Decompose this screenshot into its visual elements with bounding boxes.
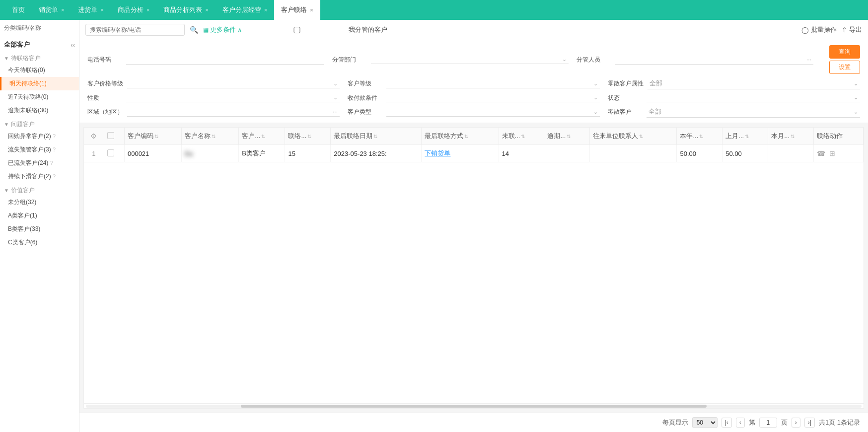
col-逾期...[interactable]: 逾期...⇅: [544, 128, 590, 145]
my-customers-checkbox-label[interactable]: 我分管的客户: [247, 25, 387, 34]
nav-item-进货单[interactable]: 进货单×: [71, 0, 110, 20]
my-customers-checkbox[interactable]: [247, 27, 347, 33]
search-icon-btn[interactable]: 🔍: [190, 26, 198, 34]
help-icon[interactable]: ?: [53, 133, 56, 139]
sidebar-item-B类客户(33)[interactable]: B类客户(33): [0, 222, 79, 236]
dept-caret-icon: ⌄: [562, 56, 567, 63]
reset-btn[interactable]: 设置: [829, 61, 860, 74]
row-checkbox[interactable]: [107, 149, 114, 156]
nav-item-销货单[interactable]: 销货单×: [32, 0, 71, 20]
search-input[interactable]: [85, 24, 185, 36]
filter-customer-level-select[interactable]: ⌄: [386, 79, 600, 88]
query-btn[interactable]: 查询: [829, 45, 860, 59]
filter-person-label: 分管人员: [577, 56, 611, 64]
sidebar-item-未分组(32)[interactable]: 未分组(32): [0, 196, 79, 209]
nav-close-icon-客户联络[interactable]: ×: [310, 7, 313, 13]
horizontal-scrollbar[interactable]: [84, 403, 864, 408]
nav-close-icon-商品分析[interactable]: ×: [146, 7, 149, 13]
nav-item-客户分层经营[interactable]: 客户分层经营×: [216, 0, 274, 20]
batch-op-btn[interactable]: ◯ 批量操作: [801, 25, 837, 34]
filter-type-select[interactable]: ⌄: [386, 108, 600, 117]
sidebar-item-近7天待联络(0)[interactable]: 近7天待联络(0): [0, 90, 79, 104]
nav-close-icon-客户分层经营[interactable]: ×: [264, 7, 267, 13]
person-more-icon[interactable]: ···: [806, 56, 811, 63]
next-page-btn[interactable]: ›: [792, 418, 800, 428]
sidebar-item-C类客户(6)[interactable]: C类客户(6): [0, 236, 79, 249]
sidebar-item-持续下滑客户(2)[interactable]: 持续下滑客户(2) ?: [0, 170, 79, 183]
nav-close-icon-商品分析列表[interactable]: ×: [205, 7, 208, 13]
more-filter-btn[interactable]: ▦ 更多条件 ∧: [203, 25, 242, 34]
col-客户...[interactable]: 客户...⇅: [239, 128, 285, 145]
nav-close-icon-进货单[interactable]: ×: [100, 7, 103, 13]
filter-status-select[interactable]: ⌄: [647, 93, 860, 102]
filter-status-label: 状态: [608, 94, 643, 102]
col-本年...[interactable]: 本年...⇅: [677, 128, 723, 145]
filter-person-select[interactable]: ···: [615, 55, 813, 65]
export-btn[interactable]: ⇧ 导出: [842, 25, 862, 34]
col-未联...[interactable]: 未联...⇅: [499, 128, 544, 145]
col-#: ⚙: [84, 128, 104, 145]
filter-payment-select[interactable]: ⌄: [386, 93, 600, 102]
header-checkbox[interactable]: [107, 132, 114, 139]
help-icon[interactable]: ?: [50, 160, 53, 166]
sidebar-item-今天待联络(0)[interactable]: 今天待联络(0): [0, 64, 79, 77]
expand-arrow-icon: ▼: [4, 122, 9, 127]
col-本月...[interactable]: 本月...⇅: [768, 128, 814, 145]
nav-item-首页[interactable]: 首页: [5, 0, 32, 20]
sidebar-item-明天待联络(1)[interactable]: 明天待联络(1): [0, 77, 79, 90]
table-row: 1000021EaB类客户152023-05-23 18:25:下销货单1450…: [84, 145, 864, 162]
col-最后联络日期[interactable]: 最后联络日期⇅: [331, 128, 422, 145]
nav-item-商品分析列表[interactable]: 商品分析列表×: [156, 0, 215, 20]
status-caret-icon: ⌄: [854, 94, 858, 101]
sidebar-item-回购异常客户(2)[interactable]: 回购异常客户(2) ?: [0, 130, 79, 143]
nav-item-商品分析[interactable]: 商品分析×: [111, 0, 156, 20]
sidebar-group-价值客户[interactable]: ▼价值客户: [0, 183, 79, 196]
gear-icon[interactable]: ⚙: [90, 132, 97, 140]
help-icon[interactable]: ?: [53, 146, 56, 152]
first-page-btn[interactable]: |‹: [722, 418, 732, 428]
filter-retail-attr-select[interactable]: 全部⌄: [648, 78, 860, 89]
sidebar-item-已流失客户(24)[interactable]: 已流失客户(24) ?: [0, 156, 79, 170]
total-label: 共1页 1条记录: [819, 418, 860, 427]
sidebar-item-逾期未联络(30)[interactable]: 逾期未联络(30): [0, 104, 79, 117]
nav-close-icon-销货单[interactable]: ×: [61, 7, 64, 13]
cell-5: 15: [285, 145, 331, 162]
sort-icon: ⇅: [699, 134, 703, 139]
region-more-icon[interactable]: ···: [333, 108, 338, 115]
col-往来单位联系人[interactable]: 往来单位联系人⇅: [590, 128, 677, 145]
nav-item-客户联络[interactable]: 客户联络×: [274, 0, 320, 20]
filter-phone-label: 电话号码: [87, 56, 122, 64]
sidebar-item-A类客户(1)[interactable]: A类客户(1): [0, 209, 79, 222]
help-icon[interactable]: ?: [53, 173, 56, 179]
scrollbar-thumb[interactable]: [241, 405, 706, 408]
filter-retail-select[interactable]: 全部⌄: [647, 106, 860, 118]
last-page-btn[interactable]: ›|: [804, 418, 815, 428]
filter-region-select[interactable]: ···: [127, 107, 340, 117]
sidebar-collapse-icon[interactable]: ‹‹: [71, 41, 75, 49]
sidebar-search-input[interactable]: [4, 24, 78, 31]
filter-dept-select[interactable]: ⌄: [371, 55, 569, 64]
filter-region-label: 区域（地区）: [87, 108, 123, 116]
sidebar-group-待联络客户[interactable]: ▼待联络客户: [0, 51, 79, 64]
filter-phone-input[interactable]: [126, 55, 324, 65]
sidebar-group-问题客户[interactable]: ▼问题客户: [0, 117, 79, 130]
filter-price-level-select[interactable]: ⌄: [127, 79, 340, 88]
prev-page-btn[interactable]: ‹: [736, 418, 745, 428]
col-最后联络方式[interactable]: 最后联络方式⇅: [422, 128, 499, 145]
per-page-select[interactable]: 50 100 200: [692, 417, 718, 428]
more-action-icon[interactable]: ⊞: [829, 149, 835, 157]
sort-icon: ⇅: [307, 134, 311, 139]
col-上月...[interactable]: 上月...⇅: [723, 128, 768, 145]
contact-method-link[interactable]: 下销货单: [425, 149, 450, 157]
table-header-row: ⚙客户编码⇅客户名称⇅客户...⇅联络...⇅最后联络日期⇅最后联络方式⇅未联.…: [84, 128, 864, 145]
page-input[interactable]: [759, 418, 777, 428]
filter-nature-select[interactable]: ⌄: [126, 93, 340, 102]
sidebar-item-流失预警客户(3)[interactable]: 流失预警客户(3) ?: [0, 143, 79, 156]
top-nav: 首页销货单×进货单×商品分析×商品分析列表×客户分层经营×客户联络×: [0, 0, 868, 20]
col-客户名称[interactable]: 客户名称⇅: [182, 128, 239, 145]
sort-icon: ⇅: [212, 134, 216, 139]
contact-icon[interactable]: ☎: [817, 149, 825, 157]
col-联络...[interactable]: 联络...⇅: [285, 128, 331, 145]
col-客户编码[interactable]: 客户编码⇅: [124, 128, 181, 145]
cell-1[interactable]: [104, 145, 124, 162]
